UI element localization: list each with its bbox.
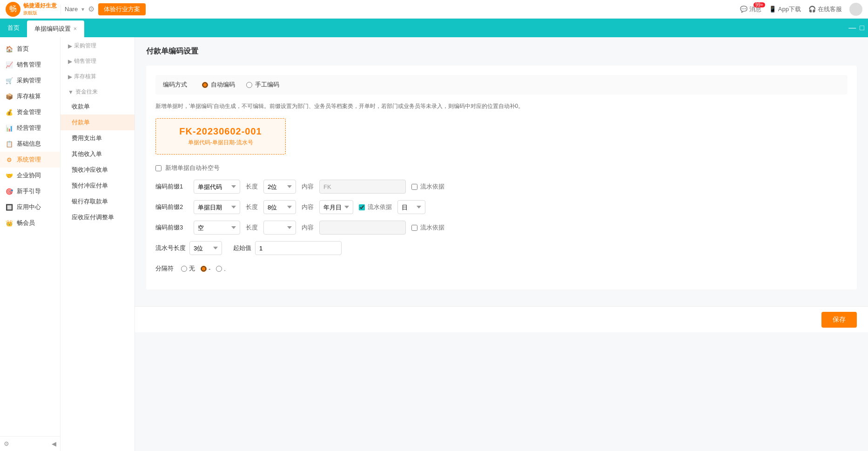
manual-encoding-option[interactable]: 手工编码 (246, 81, 279, 89)
sec-section-inventory[interactable]: ▶ 库存核算 (61, 68, 135, 83)
sidebar-settings-icon[interactable]: ⚙ (4, 440, 9, 447)
prefix1-content-label: 内容 (302, 182, 314, 191)
sidebar-item-system[interactable]: ⚙ 系统管理 (0, 152, 60, 168)
prefix3-select[interactable]: 空 (194, 221, 240, 235)
auto-encoding-radio[interactable] (202, 82, 208, 88)
sidebar-item-apps[interactable]: 🔲 应用中心 (0, 199, 60, 215)
online-service-item[interactable]: 🎧 在线客服 (808, 5, 842, 13)
prefix1-serial-input[interactable] (411, 184, 417, 190)
prefix3-length-select[interactable] (263, 221, 296, 235)
prefix2-serial-input[interactable] (359, 204, 365, 210)
maximize-icon[interactable]: □ (860, 24, 864, 32)
sep-none-radio[interactable] (181, 266, 187, 272)
sidebar-item-inventory[interactable]: 📦 库存核算 (0, 88, 60, 104)
sidebar-section: 🏠 首页 📈 销售管理 🛒 采购管理 📦 库存核算 💰 资金管理 📊 经 (0, 37, 60, 235)
sec-item-prepay-payable[interactable]: 预付冲应付单 (61, 178, 135, 194)
prefix2-length-label: 长度 (246, 203, 258, 211)
topbar: 畅 畅捷通好生意 旗舰版 Nare ▾ ⚙ 体验行业方案 💬 消息 99+ 📱 … (0, 0, 868, 19)
sep-dot-radio[interactable] (216, 266, 222, 272)
auto-fill-checkbox[interactable] (155, 165, 161, 171)
app-download-item[interactable]: 📱 App下载 (769, 5, 801, 13)
avatar[interactable] (849, 3, 862, 16)
tabbar: 首页 单据编码设置 × — □ (0, 19, 868, 37)
sec-item-expense[interactable]: 费用支出单 (61, 130, 135, 146)
sec-item-prepay-receivable[interactable]: 预收冲应收单 (61, 162, 135, 178)
sec-item-receipt[interactable]: 收款单 (61, 99, 135, 114)
tab-close-icon[interactable]: × (74, 26, 77, 32)
topbar-left: 畅 畅捷通好生意 旗舰版 Nare ▾ ⚙ 体验行业方案 (6, 2, 146, 17)
sec-section-capital[interactable]: ▼ 资金往来 (61, 83, 135, 99)
dropdown-arrow-icon[interactable]: ▾ (81, 6, 84, 13)
sep-dash-radio[interactable] (201, 266, 207, 272)
encoding-method-label: 编码方式 (163, 81, 187, 89)
sidebar-bottom: ⚙ ◀ (0, 436, 60, 451)
prefix3-serial-label: 流水依据 (420, 223, 444, 232)
prefix2-content-select[interactable]: 年月日 (319, 200, 353, 214)
message-badge: 99+ (754, 2, 765, 7)
sec-item-payment[interactable]: 付款单 (61, 114, 135, 130)
serial-start-input[interactable] (255, 241, 342, 255)
sidebar-label-inventory: 库存核算 (17, 92, 41, 101)
prefix-row-3: 编码前缀3 空 长度 内容 流水依据 (155, 221, 848, 235)
app-name: 畅捷通好生意 (23, 2, 57, 10)
sec-purchase-arrow: ▶ (68, 43, 72, 49)
prefix2-day-select[interactable]: 日 (397, 200, 425, 214)
prefix2-serial-checkbox[interactable]: 流水依据 (359, 203, 392, 211)
serial-start-field: 起始值 (233, 241, 342, 255)
prefix3-serial-input[interactable] (411, 225, 417, 231)
preview-box: FK-20230602-001 单据代码-单据日期-流水号 (155, 118, 286, 155)
sidebar-item-guide[interactable]: 🎯 新手引导 (0, 183, 60, 199)
prefix2-select[interactable]: 单据日期 (194, 200, 240, 214)
prefix3-length-label: 长度 (246, 223, 258, 232)
sec-section-purchase[interactable]: ▶ 采购管理 (61, 37, 135, 53)
prefix3-serial-checkbox[interactable]: 流水依据 (411, 223, 444, 232)
sidebar-item-basic[interactable]: 📋 基础信息 (0, 136, 60, 152)
sidebar-item-finance[interactable]: 💰 资金管理 (0, 104, 60, 120)
serial-start-label: 起始值 (233, 244, 251, 252)
serial-length-select[interactable]: 3位 (189, 241, 222, 255)
sec-item-ar-ap-adjust[interactable]: 应收应付调整单 (61, 209, 135, 225)
tab-home[interactable]: 首页 (0, 19, 27, 37)
prefix2-length-select[interactable]: 8位 (263, 200, 296, 214)
prefix1-content-input[interactable] (319, 180, 406, 194)
auto-encoding-option[interactable]: 自动编码 (202, 81, 235, 89)
sidebar-item-sales[interactable]: 📈 销售管理 (0, 57, 60, 73)
sidebar-item-vip[interactable]: 👑 畅会员 (0, 215, 60, 231)
sep-dot-option[interactable]: . (216, 265, 226, 272)
apps-icon: 🔲 (6, 203, 13, 211)
sidebar-item-operations[interactable]: 📊 经营管理 (0, 120, 60, 136)
settings-icon[interactable]: ⚙ (88, 5, 94, 13)
sidebar-item-cooperation[interactable]: 🤝 企业协同 (0, 168, 60, 183)
prefix1-select[interactable]: 单据代码 (194, 180, 240, 194)
tab-single-code-label: 单据编码设置 (34, 25, 71, 33)
vip-icon: 👑 (6, 219, 13, 227)
topbar-logo: 畅 畅捷通好生意 旗舰版 (6, 2, 57, 17)
sep-dash-option[interactable]: - (201, 265, 210, 272)
prefix1-serial-checkbox[interactable]: 流水依据 (411, 182, 444, 191)
inventory-icon: 📦 (6, 93, 13, 100)
home-icon: 🏠 (6, 45, 13, 53)
sec-item-other-income[interactable]: 其他收入单 (61, 146, 135, 162)
sidebar-collapse-icon[interactable]: ◀ (52, 440, 56, 447)
auto-fill-row: 新增单据自动补空号 (155, 164, 848, 172)
sidebar-item-home[interactable]: 🏠 首页 (0, 41, 60, 57)
serial-length-label: 流水号长度 (155, 244, 186, 252)
prefix1-length-select[interactable]: 2位 (263, 180, 296, 194)
trial-button[interactable]: 体验行业方案 (98, 3, 146, 15)
tab-single-code-settings[interactable]: 单据编码设置 × (27, 20, 84, 37)
preview-desc: 单据代码-单据日期-流水号 (167, 139, 274, 147)
sep-none-option[interactable]: 无 (181, 264, 195, 273)
sec-inventory-arrow: ▶ (68, 74, 72, 80)
prefix3-content-input[interactable] (319, 221, 406, 235)
manual-encoding-radio[interactable] (246, 82, 252, 88)
save-button[interactable]: 保存 (821, 312, 857, 328)
content-area: 付款单编码设置 编码方式 自动编码 手工编码 新增单据时，'单据 (135, 37, 868, 451)
info-text: 新增单据时，'单据编码'自动生成，不可编辑。前缀设置为部门、业务员等档案类，开单… (155, 102, 848, 111)
bottom-bar: 保存 (135, 306, 868, 332)
minimize-icon[interactable]: — (848, 24, 856, 32)
online-service-label: 在线客服 (818, 5, 842, 13)
sec-section-sales[interactable]: ▶ 销售管理 (61, 53, 135, 68)
message-item[interactable]: 💬 消息 99+ (740, 5, 761, 13)
sec-item-bank-deposit[interactable]: 银行存取款单 (61, 194, 135, 209)
sidebar-item-purchase[interactable]: 🛒 采购管理 (0, 73, 60, 88)
